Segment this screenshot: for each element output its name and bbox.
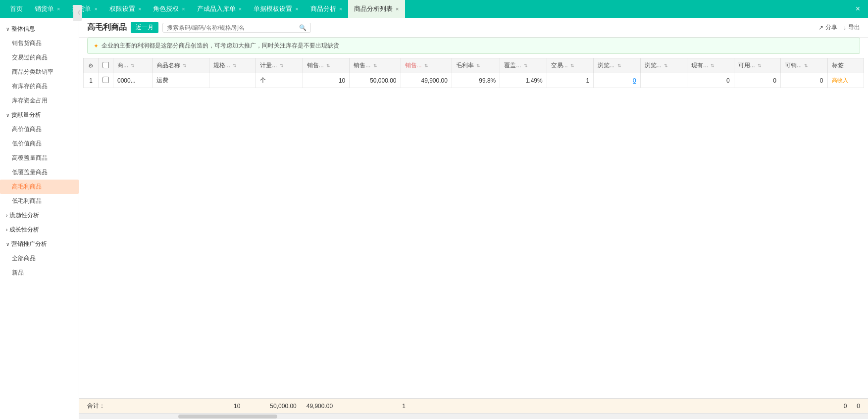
sidebar-item-low-value[interactable]: 低价值商品: [0, 137, 79, 151]
th-transactions[interactable]: 交易... ⇅: [547, 58, 593, 73]
export-btn[interactable]: ↓ 导出: [843, 23, 860, 32]
th-tag[interactable]: 标签: [827, 58, 864, 73]
search-input[interactable]: [167, 24, 299, 31]
scrollbar-thumb[interactable]: [178, 415, 277, 419]
row-transactions: 1: [547, 73, 593, 88]
sidebar-item-high-coverage[interactable]: 高覆盖量商品: [0, 151, 79, 165]
content-area: 高毛利商品 近一月 🔍 ↗ 分享 ↓ 导出 ✦ 企业的主要的利润都是这部分商品创…: [79, 18, 868, 419]
close-sales-order[interactable]: ×: [57, 6, 60, 12]
filter-recent-btn[interactable]: 近一月: [131, 22, 158, 33]
th-code[interactable]: 商... ⇅: [113, 58, 153, 73]
th-checkbox[interactable]: [99, 58, 113, 73]
sidebar-item-sales-goods[interactable]: 销售货商品: [0, 36, 79, 50]
nav-template-settings[interactable]: 单据模板设置 ×: [248, 0, 304, 18]
close-product-analysis-list[interactable]: ×: [396, 6, 399, 12]
table-header-row: ⚙ 商... ⇅ 商品名称 ⇅: [84, 58, 864, 73]
sidebar-item-all-products[interactable]: 全部商品: [0, 251, 79, 266]
row-name: 运费: [152, 73, 209, 88]
close-role[interactable]: ×: [182, 6, 185, 12]
th-browse1[interactable]: 浏览... ⇅: [594, 58, 640, 73]
sidebar-group-marketing[interactable]: ∨ 营销推广分析: [0, 237, 79, 251]
sidebar-group-trend[interactable]: › 流趋性分析: [0, 208, 79, 223]
sort-icon-spec: ⇅: [233, 63, 237, 68]
sidebar-group-contribution[interactable]: ∨ 贡献量分析: [0, 108, 79, 122]
header-actions: ↗ 分享 ↓ 导出: [818, 23, 860, 32]
th-current[interactable]: 现有... ⇅: [687, 58, 734, 73]
sidebar-group-growth[interactable]: › 成长性分析: [0, 223, 79, 237]
sort-icon-code: ⇅: [131, 63, 135, 68]
sort-icon-sales3: ⇅: [424, 63, 428, 68]
th-coverage[interactable]: 覆盖... ⇅: [500, 58, 547, 73]
sidebar-group-overview[interactable]: ∨ 整体信息: [0, 22, 79, 36]
content-header: 高毛利商品 近一月 🔍 ↗ 分享 ↓ 导出: [79, 18, 868, 38]
nav-purchase-order[interactable]: 进货单 ×: [66, 0, 103, 18]
sort-icon-name: ⇅: [183, 63, 187, 68]
sort-icon-current: ⇅: [711, 63, 715, 68]
th-sales1[interactable]: 销售... ⇅: [303, 58, 349, 73]
nav-finished-goods[interactable]: 产成品入库单 ×: [191, 0, 248, 18]
nav-product-analysis-list[interactable]: 商品分析列表 ×: [348, 0, 405, 18]
th-unit[interactable]: 计量... ⇅: [256, 58, 303, 73]
row-saleable: 0: [781, 73, 827, 88]
horizontal-scrollbar[interactable]: [79, 413, 868, 419]
close-purchase-order[interactable]: ×: [94, 6, 97, 12]
nav-home[interactable]: 首页: [4, 0, 29, 18]
nav-sales-order[interactable]: 销货单 ×: [29, 0, 66, 18]
sidebar: ∨ 整体信息 销售货商品 交易过的商品 商品分类助销率 有库存的商品 库存资金占…: [0, 18, 79, 419]
th-sales2[interactable]: 销售... ⇅: [350, 58, 401, 73]
row-spec: [209, 73, 255, 88]
th-browse2[interactable]: 浏览... ⇅: [640, 58, 687, 73]
sort-icon-sales1: ⇅: [326, 63, 330, 68]
th-sales3[interactable]: 销售... ⇅: [401, 58, 452, 73]
footer-total-label: 合计：: [87, 402, 105, 410]
arrow-overview: ∨: [6, 26, 9, 32]
sidebar-item-traded-goods[interactable]: 交易过的商品: [0, 50, 79, 65]
sort-icon-browse2: ⇅: [664, 63, 668, 68]
th-spec[interactable]: 规格... ⇅: [209, 58, 255, 73]
search-wrap: 🔍: [162, 23, 311, 33]
th-settings[interactable]: ⚙: [84, 58, 99, 73]
select-all-checkbox[interactable]: [102, 62, 109, 68]
sidebar-item-in-stock-goods[interactable]: 有库存的商品: [0, 79, 79, 93]
table-row: 1 0000... 运费 个 10 50,000.00 49,900.00 99…: [84, 73, 864, 88]
footer-bar: 合计： 10 50,000.00 49,900.00 1 0 0: [79, 398, 868, 413]
nav-role-auth[interactable]: 角色授权 ×: [147, 0, 191, 18]
sidebar-collapse-btn[interactable]: 《: [73, 5, 82, 21]
row-unit: 个: [256, 73, 303, 88]
footer-sales2: 50,000.00: [270, 403, 296, 410]
footer-transactions: 1: [402, 403, 406, 410]
sort-icon-coverage: ⇅: [524, 63, 528, 68]
footer-saleable: 0: [857, 403, 860, 410]
row-browse1[interactable]: 0: [594, 73, 640, 88]
sidebar-item-low-coverage[interactable]: 低覆盖量商品: [0, 165, 79, 180]
sidebar-item-low-margin[interactable]: 低毛利商品: [0, 194, 79, 208]
row-checkbox[interactable]: [99, 73, 113, 88]
footer-sales1: 10: [234, 403, 240, 410]
info-icon: ✦: [94, 43, 99, 49]
close-product-analysis[interactable]: ×: [339, 6, 342, 12]
close-permission[interactable]: ×: [138, 6, 141, 12]
close-all-tabs[interactable]: ×: [856, 4, 864, 13]
sort-icon-gross: ⇅: [476, 63, 480, 68]
nav-product-analysis[interactable]: 商品分析 ×: [305, 0, 348, 18]
th-saleable[interactable]: 可销... ⇅: [781, 58, 827, 73]
close-template[interactable]: ×: [295, 6, 298, 12]
sidebar-item-category-rate[interactable]: 商品分类助销率: [0, 65, 79, 79]
row-check[interactable]: [102, 77, 109, 83]
info-bar: ✦ 企业的主要的利润都是这部分商品创造的，可考虑加大推广，同时关注库存是不要出现…: [87, 38, 860, 54]
row-coverage: 1.49%: [500, 73, 547, 88]
close-finished-goods[interactable]: ×: [239, 6, 242, 12]
sidebar-item-high-margin[interactable]: 高毛利商品: [0, 180, 79, 194]
sidebar-item-high-value[interactable]: 高价值商品: [0, 122, 79, 137]
nav-permission-settings[interactable]: 权限设置 ×: [103, 0, 147, 18]
search-icon[interactable]: 🔍: [299, 24, 306, 31]
export-icon: ↓: [843, 24, 846, 31]
sidebar-item-stock-capital[interactable]: 库存资金占用: [0, 93, 79, 108]
sidebar-item-new-products[interactable]: 新品: [0, 266, 79, 280]
sort-icon-transactions: ⇅: [570, 63, 574, 68]
th-gross-rate[interactable]: 毛利率 ⇅: [452, 58, 500, 73]
th-name[interactable]: 商品名称 ⇅: [152, 58, 209, 73]
table-container[interactable]: ⚙ 商... ⇅ 商品名称 ⇅: [79, 58, 868, 398]
share-btn[interactable]: ↗ 分享: [818, 23, 837, 32]
th-available[interactable]: 可用... ⇅: [734, 58, 780, 73]
